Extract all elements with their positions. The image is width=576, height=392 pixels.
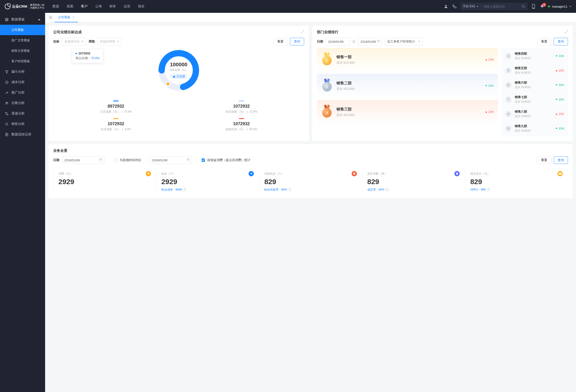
panel-title: 公司业绩目标达成 [53,30,82,34]
search-group: 手机号码 [460,3,528,10]
svg-rect-22 [559,173,562,175]
query-button[interactable]: 查询 [554,156,568,164]
chart-tooltip: 1072932 所占比例：70.9% [72,49,103,63]
sidebar-item[interactable]: 推广分析 [0,88,45,98]
sidebar-item[interactable]: 数据流转记录 [0,129,45,140]
status-dot-icon [548,5,550,7]
rank-card: 3 销售三部流水 ¥10,900 12% [317,100,498,124]
hamburger-icon[interactable] [48,16,54,20]
query-button[interactable]: 查询 [554,38,568,45]
medal-icon: 3 [321,105,333,119]
rank-number: 9 [505,125,511,132]
delta-badge: 12% [555,69,564,72]
svg-rect-19 [99,159,102,161]
sidebar-group-label: 数据看板 [11,17,25,22]
help-icon[interactable]: ? [288,188,291,191]
bell-icon[interactable]: 5 [539,4,545,9]
kpi-icon [352,171,357,176]
delta-badge: 10% [555,54,564,58]
delta-badge: 10% [485,84,494,88]
date-input[interactable]: 2018/01/08 [62,156,105,164]
rank-number: 8 [505,111,511,117]
nav-item[interactable]: 数据 [52,3,60,10]
svg-point-3 [533,8,534,8]
query-button[interactable]: 查询 [290,38,304,45]
panel-business: 业务全景 日期 2018/01/08 与其他时间对比 2018/01/08 [48,144,573,198]
nav-item[interactable]: 财务 [109,3,117,10]
chevron-down-icon [569,6,571,7]
svg-point-10 [7,102,8,103]
topnav: 云朵CRM 教育机构一站式服务云平台 数据线索客户公海财务运营报名 手机号码 [0,0,576,13]
checkbox-compare-label: 与其他时间对比 [120,158,141,162]
tab-company-board[interactable]: 公司看板 ✕ [55,13,78,22]
date-separator: 至 [352,39,355,44]
date-compare-input[interactable]: 2018/01/08 [149,156,192,164]
delta-badge: 10% [555,98,564,101]
sidebar-item-icon [5,80,8,84]
checkbox-cash[interactable] [202,158,205,162]
search-input[interactable] [481,5,519,8]
sidebar-group-databoard[interactable]: 数据看板 [0,14,45,25]
person-icon[interactable] [443,4,449,9]
logo-icon [5,3,10,9]
nav-item[interactable]: 客户 [80,3,88,10]
sidebar-sub-item[interactable]: 公司看板 [0,25,45,35]
reset-button[interactable]: 重置 [273,38,288,45]
sidebar-item-icon [5,70,8,74]
select-stat-type[interactable]: 按工单客户经理统计 [385,38,423,45]
sidebar: 数据看板 公司看板推广主管看板销售主管看板客户经理看板 漏斗分析成本分析推广分析… [0,13,45,392]
kpi-sub: 成交率：80% ? [367,188,460,192]
label-date: 日期 [53,158,59,162]
expand-icon[interactable] [565,30,568,34]
nav-item[interactable]: 公海 [94,3,103,10]
panel-title: 业务全景 [53,149,67,153]
sidebar-item[interactable]: 成本分析 [0,77,45,88]
sidebar-item[interactable]: 销售分析 [0,119,45,129]
date-from-input[interactable]: 2018/01/08 [325,38,350,45]
notif-badge: 5 [542,3,546,7]
stat-item: 1072932 超额完成（元） | 89.9% [179,115,304,132]
user-menu[interactable]: manager11 [548,5,571,8]
checkbox-compare[interactable] [114,158,117,162]
help-icon[interactable]: ? [183,188,186,191]
select-target[interactable]: 请选择目标 [62,38,86,45]
search-icon[interactable] [519,4,528,9]
thumb-up-icon [173,75,175,78]
reset-button[interactable]: 重置 [537,156,551,164]
reset-button[interactable]: 重置 [537,38,551,45]
kpi-sub: 机会成本：¥948 ? [161,188,254,192]
rank-list-item: 6 销售六部流水 ¥19020 10% [501,78,568,92]
sidebar-item-label: 漏斗分析 [11,70,25,74]
kpi-card: 成交单数（单） 829成交率：80% ? [362,169,465,194]
svg-point-13 [5,123,8,125]
phone-icon[interactable] [452,4,457,9]
mobile-icon[interactable] [531,4,536,9]
medal-icon: 2 [321,79,333,92]
tab-label: 公司看板 [58,15,70,20]
nav-item[interactable]: 线索 [66,3,74,10]
sidebar-sub-item[interactable]: 客户经理看板 [0,56,45,66]
kpi-sub: 机会有效率：80% ? [264,188,357,192]
rank-list-item: 9 销售九部流水 ¥19020 10% [501,121,568,136]
logo-subtitle: 教育机构一站式服务云平台 [29,3,44,9]
date-to-input[interactable]: 2018/01/08 [358,38,382,45]
dashboard-icon [5,18,8,21]
help-icon[interactable]: ? [487,188,490,191]
panel-title: 部门业绩排行 [317,30,338,34]
sidebar-item[interactable]: 访客分析 [0,98,45,108]
nav-items: 数据线索客户公海财务运营报名 [52,3,145,10]
select-period[interactable]: 请选择周期 [97,38,121,45]
expand-icon[interactable] [301,30,304,34]
nav-item[interactable]: 报名 [137,3,145,10]
sidebar-item[interactable]: 渠道分析 [0,108,45,119]
rank-number: 4 [505,53,511,59]
sidebar-item[interactable]: 漏斗分析 [0,66,45,77]
sidebar-sub-item[interactable]: 销售主管看板 [0,46,45,56]
sidebar-sub-item[interactable]: 推广主管看板 [0,35,45,46]
nav-item[interactable]: 运营 [123,3,131,10]
rank-number: 7 [505,96,511,103]
close-icon[interactable]: ✕ [72,16,75,19]
help-icon[interactable]: ? [385,188,389,191]
search-type-select[interactable]: 手机号码 [460,4,481,8]
sidebar-item-label: 销售分析 [11,122,25,126]
